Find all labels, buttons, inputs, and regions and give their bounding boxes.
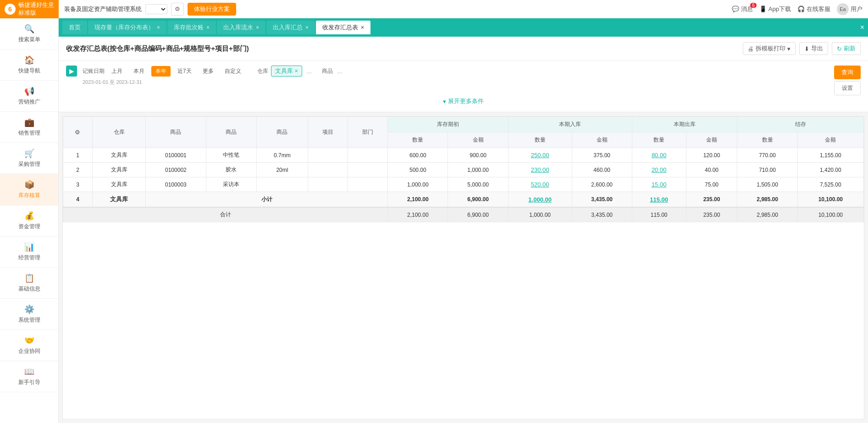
export-button[interactable]: ⬇ 导出: [799, 42, 828, 55]
th-in-group: 本期入库: [508, 117, 632, 132]
tab-close-inout-summary[interactable]: ×: [305, 25, 309, 30]
sidebar-label-finance: 资金管理: [18, 223, 40, 231]
tab-bar-close-button[interactable]: ×: [860, 23, 864, 32]
goods-ellipsis[interactable]: ...: [336, 68, 344, 75]
row-project: [308, 177, 348, 192]
page-header: 收发存汇总表(按仓库+商品编码+商品+规格型号+项目+部门) 🖨 拆模板打印 ▾…: [59, 37, 868, 61]
subtotal-in-qty[interactable]: 1,000.00: [508, 192, 572, 208]
row-warehouse: 文具库: [92, 177, 145, 192]
expand-row: ▾ 展开更多条件: [66, 95, 861, 107]
row-out-qty[interactable]: 80.00: [632, 148, 686, 163]
system-icon: ⚙️: [24, 304, 34, 314]
sidebar-label-enterprise: 企业协同: [18, 347, 40, 355]
tab-home[interactable]: 首页: [62, 21, 87, 34]
row-goods-code: 0100003: [146, 177, 206, 192]
row-open-qty: 600.00: [388, 148, 448, 163]
query-button[interactable]: 查询: [834, 66, 861, 79]
th-open-amt: 金额: [448, 132, 508, 148]
date-btn-thismonth[interactable]: 本月: [129, 66, 149, 77]
row-out-qty[interactable]: 15.00: [632, 177, 686, 192]
tab-inout-summary[interactable]: 出入库汇总 ×: [266, 21, 315, 34]
messages-button[interactable]: 💬 消息 6: [732, 5, 753, 13]
sidebar-item-operation[interactable]: 📊 经营管理: [0, 236, 58, 268]
sidebar-item-base[interactable]: 📋 基础信息: [0, 268, 58, 299]
tab-close-recv-send[interactable]: ×: [361, 25, 364, 30]
home-icon: 🏠: [24, 55, 34, 65]
column-settings-icon[interactable]: ⚙: [75, 129, 80, 136]
date-range-display: 2023-01-01 至 2023-12-31: [83, 79, 142, 85]
system-selector[interactable]: [145, 4, 167, 14]
sidebar-label-sales: 销售管理: [18, 129, 40, 137]
row-in-amt: 375.00: [572, 148, 632, 163]
print-icon: 🖨: [748, 45, 754, 52]
row-goods-name: 中性笔: [206, 148, 256, 163]
refresh-button[interactable]: ↻ 刷新: [832, 42, 861, 55]
app-download-button[interactable]: 📱 App下载: [759, 5, 791, 13]
tab-inout-flow[interactable]: 出入库流水 ×: [217, 21, 265, 34]
sidebar-item-finance[interactable]: 💰 资金管理: [0, 205, 58, 236]
phone-icon: 📱: [759, 5, 767, 12]
subtotal-out-amt: 235.00: [686, 192, 737, 208]
row-out-amt: 75.00: [686, 177, 737, 192]
warehouse-tag-close[interactable]: ×: [295, 68, 298, 74]
date-btn-thisyear[interactable]: 本年: [151, 66, 171, 77]
row-open-amt: 900.00: [448, 148, 508, 163]
trial-button[interactable]: 体验行业方案: [188, 3, 236, 16]
warehouse-ellipsis[interactable]: ...: [305, 68, 314, 75]
row-out-qty[interactable]: 20.00: [632, 163, 686, 177]
subtotal-open-qty: 2,100.00: [388, 192, 448, 208]
sidebar-item-enterprise[interactable]: 🤝 企业协同: [0, 330, 58, 361]
online-service-button[interactable]: 🎧 在线客服: [797, 5, 830, 13]
tab-stock-dist[interactable]: 现存量（库存分布表） ×: [88, 21, 166, 34]
settings-gear-button[interactable]: ⚙: [171, 3, 184, 16]
sidebar-item-system[interactable]: ⚙️ 系统管理: [0, 299, 58, 330]
row-goods-name: 胶水: [206, 163, 256, 177]
tab-recv-send[interactable]: 收发存汇总表 ×: [316, 21, 370, 34]
sidebar-item-quick[interactable]: 🏠 快捷导航: [0, 49, 58, 81]
sidebar-label-purchase: 采购管理: [18, 160, 40, 168]
tab-close-batch[interactable]: ×: [206, 25, 210, 30]
row-in-amt: 460.00: [572, 163, 632, 177]
tab-close-stock-dist[interactable]: ×: [157, 25, 160, 30]
row-in-qty[interactable]: 250.00: [508, 148, 572, 163]
th-settings[interactable]: ⚙: [63, 117, 93, 148]
row-dept: [348, 148, 388, 163]
row-in-qty[interactable]: 230.00: [508, 163, 572, 177]
system-name-label: 装备及固定资产辅助管理系统: [64, 5, 142, 13]
total-label-cell: 合计: [63, 207, 388, 222]
sidebar-item-sales[interactable]: 💼 销售管理: [0, 112, 58, 143]
th-goods-spec: 商品: [256, 117, 308, 148]
top-bar: 6 畅捷通好生意 标准版 装备及固定资产辅助管理系统 ⚙ 体验行业方案 💬 消息…: [0, 0, 868, 18]
row-in-qty[interactable]: 520.00: [508, 177, 572, 192]
total-in-qty: 1,000.00: [508, 207, 572, 222]
expand-more-button[interactable]: ▾ 展开更多条件: [443, 97, 484, 105]
warehouse-tag: 文具库 ×: [271, 66, 302, 77]
date-btn-7days[interactable]: 近7天: [173, 66, 196, 77]
inventory-icon: 📦: [24, 180, 34, 190]
th-close-qty: 数量: [737, 132, 797, 148]
sidebar-item-purchase[interactable]: 🛒 采购管理: [0, 143, 58, 174]
date-btn-custom[interactable]: 自定义: [221, 66, 245, 77]
date-btn-lastmonth[interactable]: 上月: [107, 66, 127, 77]
row-dept: [348, 163, 388, 177]
table-row: 2 文具库 0100002 胶水 20ml 500.00 1,000.00 23…: [63, 163, 864, 177]
sidebar-item-search[interactable]: 🔍 搜索菜单: [0, 18, 58, 49]
tab-batch[interactable]: 库存批次账 ×: [167, 21, 216, 34]
row-project: [308, 163, 348, 177]
sidebar-item-marketing[interactable]: 📢 营销推广: [0, 81, 58, 112]
print-button[interactable]: 🖨 拆模板打印 ▾: [743, 42, 796, 55]
filter-toggle-button[interactable]: ▶: [66, 66, 77, 77]
sidebar-item-inventory[interactable]: 📦 库存核算: [0, 174, 58, 205]
row-close-qty: 770.00: [737, 148, 797, 163]
sidebar-item-guide[interactable]: 📖 新手引导: [0, 361, 58, 392]
search-icon: 🔍: [24, 24, 34, 34]
date-btn-more[interactable]: 更多: [199, 66, 218, 77]
row-open-qty: 1,000.00: [388, 177, 448, 192]
user-menu-button[interactable]: Ea 用户: [837, 3, 862, 15]
tab-close-inout-flow[interactable]: ×: [256, 25, 259, 30]
row-out-amt: 120.00: [686, 148, 737, 163]
settings-button[interactable]: 设置: [834, 81, 861, 95]
subtotal-out-qty[interactable]: 115.00: [632, 192, 686, 208]
subtotal-row: 4 文具库 小计 2,100.00 6,900.00 1,000.00 3,43…: [63, 192, 864, 208]
th-goods-code: 商品: [146, 117, 206, 148]
